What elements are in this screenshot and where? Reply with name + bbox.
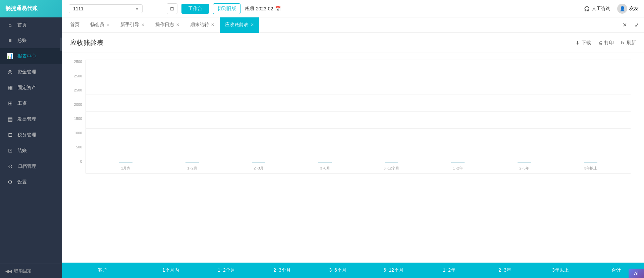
close-all-button[interactable]: ✕ bbox=[620, 20, 629, 30]
x-label-12m: 1~2月 bbox=[159, 166, 225, 171]
th-23m: 2~3个月 bbox=[254, 267, 310, 273]
sidebar-item-archive[interactable]: ⊜ 归档管理 bbox=[0, 158, 62, 174]
sidebar-label-funds: 资金管理 bbox=[17, 69, 36, 75]
reports-icon: 📊 bbox=[7, 53, 13, 59]
sidebar-item-invoice[interactable]: ▤ 发票管理 bbox=[0, 111, 62, 127]
chart-plot: 1月内 1~2月 2~3月 3~6月 6~12个月 1~2年 2~3年 3年以上 bbox=[86, 60, 631, 173]
headset-icon: 🎧 bbox=[584, 6, 590, 11]
funds-icon: ◎ bbox=[7, 69, 13, 75]
th-1m: 1个月内 bbox=[143, 267, 199, 273]
logo-area: 畅捷通易代账 bbox=[0, 0, 62, 17]
page-title: 应收账龄表 bbox=[70, 38, 104, 47]
sidebar-item-assets[interactable]: ▦ 固定资产 bbox=[0, 80, 62, 95]
refresh-icon: ↻ bbox=[621, 40, 625, 46]
tab-guide[interactable]: 新手引导 ✕ bbox=[115, 17, 150, 33]
user-label: 友友 bbox=[629, 6, 639, 12]
tab-oplog[interactable]: 操作日志 ✕ bbox=[150, 17, 185, 33]
table-header: 客户 1个月内 1~2个月 2~3个月 3~6个月 6~12个月 1~2年 2~… bbox=[62, 263, 644, 278]
copy-button[interactable]: ⊡ bbox=[167, 3, 177, 14]
sidebar-item-settings[interactable]: ⚙ 设置 bbox=[0, 174, 62, 190]
period-info: 账期 2023-02 📅 bbox=[245, 6, 281, 12]
ai-badge[interactable]: Ai bbox=[629, 269, 644, 278]
sidebar-item-reports[interactable]: 📊 报表中心 bbox=[0, 48, 62, 64]
main-layout: ⌂ 首页 ≡ 总账 📊 报表中心 ◎ 资金管理 ▦ 固定资产 ⊞ 工资 ▤ 发票… bbox=[0, 17, 644, 278]
page-content: 应收账龄表 ⬇ 下载 🖨 打印 ↻ 刷新 bbox=[62, 33, 644, 278]
sidebar-label-salary: 工资 bbox=[17, 100, 27, 107]
sidebar-item-salary[interactable]: ⊞ 工资 bbox=[0, 95, 62, 111]
refresh-label: 刷新 bbox=[627, 40, 636, 46]
header-actions: ⊡ 工作台 切到旧版 账期 2023-02 📅 bbox=[167, 3, 281, 14]
bars-container bbox=[86, 60, 631, 163]
sidebar-item-checkout[interactable]: ⊡ 结账 bbox=[0, 143, 62, 158]
th-customer: 客户 bbox=[62, 267, 143, 273]
unpin-button[interactable]: ◀◀ 取消固定 bbox=[0, 264, 62, 278]
calendar-icon[interactable]: 📅 bbox=[275, 6, 281, 11]
tax-icon: ⊟ bbox=[7, 132, 13, 138]
sidebar-item-tax[interactable]: ⊟ 税务管理 bbox=[0, 127, 62, 143]
tab-member-label: 畅会员 bbox=[90, 22, 104, 28]
avatar: 👤 bbox=[617, 4, 627, 14]
tab-home[interactable]: 首页 bbox=[65, 17, 85, 33]
home-icon: ⌂ bbox=[7, 22, 13, 28]
tab-period-end[interactable]: 期末结转 ✕ bbox=[185, 17, 220, 33]
switch-version-button[interactable]: 切到旧版 bbox=[213, 3, 240, 14]
tab-oplog-close[interactable]: ✕ bbox=[176, 22, 179, 27]
tab-actions: ✕ ⤢ bbox=[620, 20, 641, 30]
print-button[interactable]: 🖨 打印 bbox=[598, 40, 614, 46]
period-label: 账期 bbox=[245, 6, 254, 12]
expand-button[interactable]: ⤢ bbox=[632, 20, 641, 30]
workbench-button[interactable]: 工作台 bbox=[181, 4, 209, 14]
company-selector-area: 1111 ▾ bbox=[69, 4, 163, 13]
company-name: 1111 bbox=[73, 6, 133, 11]
y-label-1500: 1500 bbox=[74, 117, 82, 121]
print-label: 打印 bbox=[604, 40, 614, 46]
sidebar-item-ledger[interactable]: ≡ 总账 bbox=[0, 33, 62, 48]
print-icon: 🖨 bbox=[598, 40, 602, 46]
sidebar-label-settings: 设置 bbox=[17, 179, 27, 185]
sidebar-item-funds[interactable]: ◎ 资金管理 bbox=[0, 64, 62, 80]
period-value: 2023-02 bbox=[256, 6, 273, 11]
chart-container: 2500 2500 2500 2000 1500 1000 500 0 bbox=[62, 53, 644, 263]
y-label-500: 500 bbox=[76, 145, 82, 149]
tab-bar: 首页 畅会员 ✕ 新手引导 ✕ 操作日志 ✕ 期末结转 ✕ 应收账龄表 ✕ bbox=[62, 17, 644, 33]
download-button[interactable]: ⬇ 下载 bbox=[576, 40, 591, 46]
company-selector[interactable]: 1111 ▾ bbox=[69, 4, 143, 13]
refresh-button[interactable]: ↻ 刷新 bbox=[621, 40, 636, 46]
tab-period-end-close[interactable]: ✕ bbox=[211, 22, 214, 27]
sidebar-label-tax: 税务管理 bbox=[17, 132, 36, 138]
page-header: 应收账龄表 ⬇ 下载 🖨 打印 ↻ 刷新 bbox=[62, 33, 644, 53]
service-label: 人工咨询 bbox=[592, 6, 610, 12]
sidebar: ⌂ 首页 ≡ 总账 📊 报表中心 ◎ 资金管理 ▦ 固定资产 ⊞ 工资 ▤ 发票… bbox=[0, 17, 62, 278]
download-icon: ⬇ bbox=[576, 40, 580, 46]
tab-aging-close[interactable]: ✕ bbox=[251, 22, 254, 27]
sidebar-label-ledger: 总账 bbox=[17, 38, 27, 44]
assets-icon: ▦ bbox=[7, 84, 13, 91]
tab-member-close[interactable]: ✕ bbox=[106, 22, 110, 27]
archive-icon: ⊜ bbox=[7, 163, 13, 169]
tab-aging[interactable]: 应收账龄表 ✕ bbox=[220, 17, 259, 33]
x-label-12y: 1~2年 bbox=[425, 166, 491, 171]
tab-member[interactable]: 畅会员 ✕ bbox=[85, 17, 115, 33]
tab-guide-close[interactable]: ✕ bbox=[141, 22, 145, 27]
th-23y: 2~3年 bbox=[477, 267, 533, 273]
y-label-2500a: 2500 bbox=[74, 60, 82, 64]
th-3yplus: 3年以上 bbox=[533, 267, 588, 273]
sidebar-item-home[interactable]: ⌂ 首页 bbox=[0, 17, 62, 33]
unpin-label: 取消固定 bbox=[14, 268, 32, 274]
x-label-612m: 6~12个月 bbox=[358, 166, 425, 171]
sidebar-label-assets: 固定资产 bbox=[17, 85, 36, 91]
content-area: 首页 畅会员 ✕ 新手引导 ✕ 操作日志 ✕ 期末结转 ✕ 应收账龄表 ✕ bbox=[62, 17, 644, 278]
th-12m: 1~2个月 bbox=[199, 267, 254, 273]
scrollbar[interactable] bbox=[60, 38, 62, 51]
x-label-1m: 1月内 bbox=[93, 166, 159, 171]
download-label: 下载 bbox=[582, 40, 591, 46]
service-button[interactable]: 🎧 人工咨询 bbox=[584, 6, 610, 12]
unpin-icon: ◀◀ bbox=[5, 269, 12, 274]
x-label-23y: 2~3年 bbox=[491, 166, 557, 171]
user-button[interactable]: 👤 友友 bbox=[617, 4, 639, 14]
y-label-0: 0 bbox=[80, 159, 82, 163]
th-12y: 1~2年 bbox=[421, 267, 477, 273]
invoice-icon: ▤ bbox=[7, 116, 13, 122]
ledger-icon: ≡ bbox=[7, 38, 13, 44]
th-612m: 6~12个月 bbox=[366, 267, 421, 273]
